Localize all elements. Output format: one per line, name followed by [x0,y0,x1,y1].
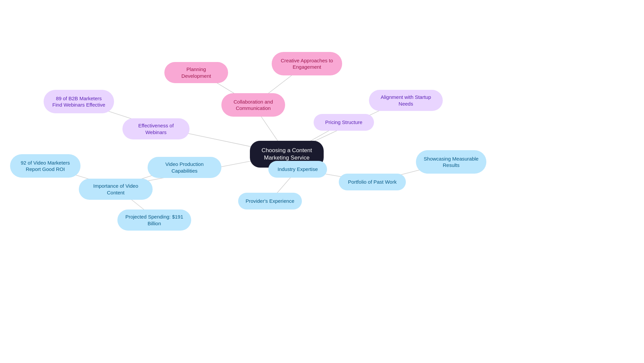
node-creative-approaches: Creative Approaches to Engagement [272,52,342,75]
node-collaboration: Collaboration and Communication [221,93,285,117]
mind-map: Choosing a Content Marketing ServicePlan… [0,0,644,363]
node-video-production: Video Production Capabilities [148,157,221,178]
node-pricing: Pricing Structure [314,114,374,131]
node-providers-experience: Provider's Experience [238,193,302,209]
node-projected-spending: Projected Spending: $191 Billion [117,209,191,231]
node-b2b-webinars: 89 of B2B Marketers Find Webinars Effect… [44,90,114,113]
node-industry-expertise: Industry Expertise [268,161,327,178]
node-importance-video: Importance of Video Content [79,179,153,200]
node-planning-dev: Planning Development [164,62,228,83]
node-showcasing: Showcasing Measurable Results [416,150,486,174]
node-portfolio: Portfolio of Past Work [339,174,406,190]
node-video-roi: 92 of Video Marketers Report Good ROI [10,154,80,178]
node-effectiveness-webinars: Effectiveness of Webinars [122,118,190,139]
node-alignment: Alignment with Startup Needs [369,90,443,111]
